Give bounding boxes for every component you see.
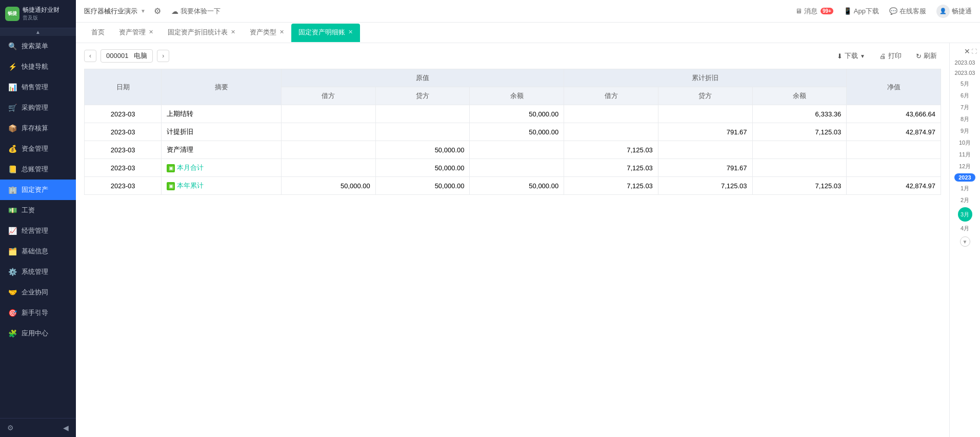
timeline-active-month[interactable]: 3月 <box>958 207 972 222</box>
sidebar-item-guide[interactable]: 🎯 新手引导 <box>0 303 76 323</box>
refresh-button[interactable]: ↻ 刷新 <box>912 49 941 63</box>
company-name: 医疗器械行业演示 <box>84 7 137 16</box>
tab-label-asset-detail: 固定资产明细账 <box>298 28 345 37</box>
cell-net-value <box>847 141 941 159</box>
cell-accum-balance: 7,125.03 <box>752 123 847 141</box>
timeline-month[interactable]: 2月 <box>958 194 972 206</box>
cell-date: 2023-03 <box>85 177 162 195</box>
tab-asset-detail[interactable]: 固定资产明细账✕ <box>291 24 360 42</box>
topbar-user[interactable]: 👤 畅捷通 <box>936 5 972 18</box>
cell-net-value: 42,874.97 <box>847 177 941 195</box>
nav-label-ledger: 总账管理 <box>22 165 48 174</box>
cell-orig-balance <box>470 141 564 159</box>
cell-accum-balance <box>752 159 847 177</box>
cell-summary: 计提折旧 <box>162 123 282 141</box>
collapse-icon[interactable]: ◀ <box>63 424 69 432</box>
topbar-app-download[interactable]: 📱 App下载 <box>844 7 879 16</box>
topbar-message[interactable]: 🖥 消息 99+ <box>795 7 833 16</box>
nav-label-cooperation: 企业协同 <box>22 288 48 297</box>
cell-accum-balance <box>752 141 847 159</box>
app-download-icon: 📱 <box>844 7 852 15</box>
settings-icon[interactable]: ⚙ <box>7 424 14 432</box>
sidebar-item-app-center[interactable]: 🧩 应用中心 <box>0 323 76 344</box>
refresh-icon: ↻ <box>916 52 922 60</box>
timeline-month[interactable]: 7月 <box>959 102 971 113</box>
timeline-month[interactable]: 9月 <box>959 125 971 137</box>
cell-summary: 资产清理 <box>162 141 282 159</box>
nav-label-quick-nav: 快捷导航 <box>22 62 48 71</box>
sidebar-item-inventory[interactable]: 📦 库存核算 <box>0 118 76 138</box>
timeline-month[interactable]: 8月 <box>959 113 971 125</box>
cell-orig-debit <box>282 159 376 177</box>
timeline-label-top1: 2023.03 <box>950 57 980 68</box>
cell-accum-debit <box>564 105 658 123</box>
data-table: 日期 摘要 原值 累计折旧 净值 借方 贷方 余额 借方 贷方 余额 <box>84 69 941 195</box>
main-content: 医疗器械行业演示 ▼ ⚙ ☁ 我要体验一下 🖥 消息 99+ 📱 App下载 💬… <box>76 0 980 437</box>
refresh-label: 刷新 <box>924 51 937 61</box>
sidebar-nav: 🔍 搜索菜单 ⚡ 快捷导航 📊 销售管理 🛒 采购管理 📦 库存核算 💰 资金管… <box>0 36 76 418</box>
sidebar-item-operations[interactable]: 📈 经营管理 <box>0 221 76 241</box>
sidebar-item-quick-nav[interactable]: ⚡ 快捷导航 <box>0 56 76 77</box>
print-button[interactable]: 🖨 打印 <box>875 49 906 63</box>
timeline-month[interactable]: 1月 <box>958 183 972 194</box>
message-label: 消息 <box>804 7 817 16</box>
tab-close-asset-management[interactable]: ✕ <box>149 29 153 35</box>
cell-accum-credit <box>658 105 752 123</box>
cell-orig-debit <box>282 123 376 141</box>
nav-icon-inventory: 📦 <box>7 123 17 133</box>
th-summary: 摘要 <box>162 69 282 105</box>
cell-orig-debit <box>282 105 376 123</box>
cell-accum-credit <box>658 141 752 159</box>
timeline-down-arrow[interactable]: ▼ <box>960 236 970 247</box>
timeline-close-btn[interactable]: ✕ <box>964 47 970 55</box>
tab-close-asset-detail[interactable]: ✕ <box>348 29 353 35</box>
nav-icon-app-center: 🧩 <box>7 328 17 339</box>
th-accum-balance: 余额 <box>752 87 847 105</box>
sidebar-item-purchase[interactable]: 🛒 采购管理 <box>0 97 76 118</box>
company-selector[interactable]: 医疗器械行业演示 ▼ <box>84 7 146 16</box>
sidebar-item-search[interactable]: 🔍 搜索菜单 <box>0 36 76 56</box>
topbar-settings-icon[interactable]: ⚙ <box>154 6 161 16</box>
sidebar-item-system[interactable]: ⚙️ 系统管理 <box>0 262 76 282</box>
cell-orig-debit: 50,000.00 <box>282 177 376 195</box>
sidebar-logo: 畅捷 畅捷通好业财 普及版 <box>0 0 76 28</box>
tab-home[interactable]: 首页 <box>84 24 112 42</box>
nav-label-fixed-assets: 固定资产 <box>22 185 48 194</box>
timeline-month[interactable]: 12月 <box>959 161 971 172</box>
cell-accum-credit: 791.67 <box>658 159 752 177</box>
download-button[interactable]: ⬇ 下载 ▼ <box>833 49 869 63</box>
cell-orig-credit: 50,000.00 <box>375 159 470 177</box>
sidebar-item-fixed-assets[interactable]: 🏢 固定资产 <box>0 180 76 200</box>
sidebar-item-fund[interactable]: 💰 资金管理 <box>0 138 76 159</box>
sidebar-item-basic-info[interactable]: 🗂️ 基础信息 <box>0 241 76 262</box>
tab-close-depreciation-stats[interactable]: ✕ <box>231 29 235 35</box>
timeline-month[interactable]: 11月 <box>959 149 971 161</box>
timeline-month[interactable]: 10月 <box>959 137 971 149</box>
sidebar-item-cooperation[interactable]: 🤝 企业协同 <box>0 282 76 303</box>
timeline-month[interactable]: 5月 <box>959 78 971 90</box>
topbar-customer-service[interactable]: 💬 在线客服 <box>889 7 926 16</box>
sidebar: 畅捷 畅捷通好业财 普及版 ▲ 🔍 搜索菜单 ⚡ 快捷导航 📊 销售管理 🛒 采… <box>0 0 76 437</box>
download-label: 下载 <box>845 51 858 61</box>
experience-button[interactable]: ☁ 我要体验一下 <box>171 7 221 16</box>
asset-nav-next[interactable]: › <box>157 50 169 62</box>
asset-nav-prev[interactable]: ‹ <box>84 50 96 62</box>
cell-summary: ▣本月合计 <box>162 159 282 177</box>
sidebar-item-salary[interactable]: 💵 工资 <box>0 200 76 221</box>
timeline-month[interactable]: 4月 <box>958 223 972 234</box>
message-icon: 🖥 <box>795 7 802 15</box>
sidebar-item-sales[interactable]: 📊 销售管理 <box>0 77 76 97</box>
asset-code: 000001 电脑 <box>101 49 153 63</box>
timeline-expand-icon[interactable]: ⛶ <box>971 48 977 54</box>
sidebar-scroll-up[interactable]: ▲ <box>0 28 76 36</box>
timeline-month[interactable]: 6月 <box>959 90 971 102</box>
nav-label-inventory: 库存核算 <box>22 124 48 133</box>
tab-close-asset-type[interactable]: ✕ <box>279 29 284 35</box>
table-row: 2023-03 计提折旧 50,000.00 791.67 7,125.03 4… <box>85 123 941 141</box>
tab-asset-management[interactable]: 资产管理✕ <box>112 24 161 42</box>
timeline-year-badge[interactable]: 2023 <box>954 173 975 182</box>
tab-depreciation-stats[interactable]: 固定资产折旧统计表✕ <box>161 24 243 42</box>
cell-orig-balance <box>470 159 564 177</box>
sidebar-item-ledger[interactable]: 📒 总账管理 <box>0 159 76 180</box>
tab-asset-type[interactable]: 资产类型✕ <box>243 24 291 42</box>
